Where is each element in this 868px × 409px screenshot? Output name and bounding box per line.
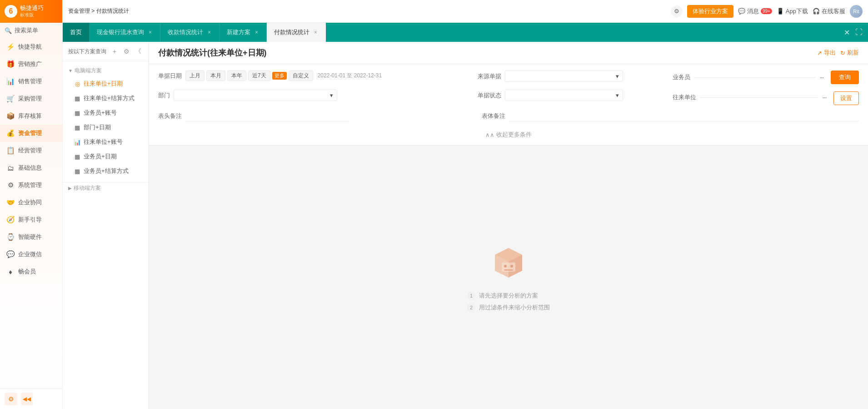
- source-doc-filter: 来源单据: [478, 71, 664, 82]
- enterprise-icon: 🤝: [6, 198, 15, 207]
- date-btn-this-year[interactable]: 本年: [227, 71, 246, 81]
- add-scheme-button[interactable]: +: [110, 46, 120, 56]
- export-button[interactable]: ↗ 导出: [817, 49, 836, 57]
- messages-button[interactable]: 💬 消息 99+: [738, 7, 772, 15]
- empty-hint-1: 1 请先选择要分析的方案: [467, 292, 550, 300]
- sidebar-item-guide[interactable]: 🧭 新手引导: [0, 211, 62, 228]
- tab-new-scheme[interactable]: 新建方案 ×: [219, 23, 267, 42]
- header-note-input[interactable]: [185, 111, 349, 121]
- tab-bank-flow[interactable]: 现金银行流水查询 ×: [90, 23, 160, 42]
- sidebar-settings-button[interactable]: ⚙: [5, 393, 17, 405]
- date-btn-7days[interactable]: 近7天: [248, 71, 270, 81]
- online-service-button[interactable]: 🎧 在线客服: [813, 7, 845, 15]
- content-area: 按以下方案查询 + ⚙ 《 ▼ 电脑端方案 ◎ 往来单位+日期 ▦: [63, 42, 868, 409]
- doc-status-select[interactable]: [505, 90, 623, 101]
- salesperson-label: 业务员: [673, 73, 690, 81]
- svg-rect-7: [504, 269, 513, 271]
- logo-icon: 6: [5, 5, 17, 18]
- sidebar-item-quick-nav[interactable]: ⚡ 快捷导航: [0, 38, 62, 56]
- panel-collapse-button[interactable]: 《: [133, 46, 143, 56]
- sidebar-collapse-button[interactable]: ◀◀: [21, 393, 33, 405]
- tab-expand-button[interactable]: ⛶: [854, 27, 863, 37]
- partner-label: 往来单位: [673, 93, 696, 101]
- mobile-section-title[interactable]: ▶ 移动端方案: [63, 182, 149, 194]
- sidebar-item-enterprise[interactable]: 🤝 企业协同: [0, 194, 62, 211]
- hardware-icon: ⌚: [6, 233, 15, 241]
- collapse-filters-button[interactable]: ∧∧ 收起更多条件: [158, 127, 859, 141]
- quick-nav-icon: ⚡: [6, 43, 15, 51]
- salesperson-more-button[interactable]: ···: [819, 73, 823, 82]
- tab-collection-stats[interactable]: 收款情况统计 ×: [160, 23, 219, 42]
- sidebar-item-operation[interactable]: 📋 经营管理: [0, 142, 62, 159]
- desktop-section-arrow: ▼: [68, 68, 73, 73]
- inventory-icon: 📦: [6, 112, 15, 120]
- avatar[interactable]: Rit: [850, 5, 863, 18]
- sidebar-item-basic[interactable]: 🗂 基础信息: [0, 159, 62, 177]
- svg-point-6: [510, 265, 513, 268]
- source-doc-select[interactable]: [505, 71, 623, 82]
- sidebar-item-finance[interactable]: 💰 资金管理: [0, 125, 62, 142]
- scheme-item-salesperson-settlement[interactable]: ▦ 业务员+结算方式: [63, 164, 149, 178]
- sidebar-bottom: ⚙ ◀◀: [0, 389, 62, 409]
- dept-chevron: [330, 92, 333, 99]
- search-icon: 🔍: [5, 27, 12, 34]
- tab-new-scheme-close[interactable]: ×: [254, 29, 259, 36]
- scheme-item-partner-settlement[interactable]: ▦ 往来单位+结算方式: [63, 91, 149, 106]
- scheme-settings-button[interactable]: ⚙: [121, 46, 131, 56]
- sidebar-item-sales[interactable]: 📊 销售管理: [0, 73, 62, 90]
- left-panel-title: 按以下方案查询: [68, 48, 106, 56]
- dept-filter: 部门: [158, 90, 469, 101]
- tab-home[interactable]: 首页: [63, 23, 90, 42]
- sales-icon: 📊: [6, 77, 15, 86]
- basic-icon: 🗂: [6, 164, 15, 172]
- sidebar-item-member[interactable]: ♦ 畅会员: [0, 263, 62, 280]
- settings-gear-button[interactable]: ⚙: [671, 5, 683, 17]
- tab-payment-stats-close[interactable]: ×: [313, 29, 318, 36]
- sidebar-item-system[interactable]: ⚙ 系统管理: [0, 177, 62, 194]
- scheme-item-partner-account[interactable]: 📊 往来单位+账号: [63, 135, 149, 149]
- purchase-icon: 🛒: [6, 95, 15, 103]
- refresh-button[interactable]: ↻ 刷新: [840, 49, 859, 57]
- body-note-input[interactable]: [509, 111, 859, 121]
- date-btn-this-month[interactable]: 本月: [206, 71, 225, 81]
- export-icon: ↗: [817, 50, 822, 56]
- sidebar-item-wechat[interactable]: 💬 企业微信: [0, 246, 62, 263]
- empty-illustration: [486, 243, 531, 284]
- date-btn-last-month[interactable]: 上月: [185, 71, 205, 81]
- date-filter: 单据日期 上月 本月 本年 近7天 更多 自定义 2022-01-01 至 20…: [158, 71, 469, 81]
- service-icon: 🎧: [813, 8, 820, 15]
- date-btn-more[interactable]: 更多: [272, 72, 287, 80]
- dept-label: 部门: [158, 91, 170, 100]
- dept-select[interactable]: [174, 90, 337, 101]
- operation-icon: 📋: [6, 146, 15, 155]
- sidebar-search[interactable]: 🔍 搜索菜单: [0, 23, 62, 38]
- refresh-icon: ↻: [840, 50, 845, 56]
- sidebar-item-purchase[interactable]: 🛒 采购管理: [0, 90, 62, 107]
- main-area: 资金管理 > 付款情况统计 ⚙ 体验行业方案 💬 消息 99+ 📱 App下载 …: [63, 0, 868, 409]
- scheme-item-salesperson-date[interactable]: ▦ 业务员+日期: [63, 149, 149, 164]
- desktop-section-title[interactable]: ▼ 电脑端方案: [63, 65, 149, 76]
- settings-button[interactable]: 设置: [833, 91, 859, 105]
- trial-button[interactable]: 体验行业方案: [687, 5, 733, 18]
- scheme-item-partner-date[interactable]: ◎ 往来单位+日期: [63, 76, 149, 91]
- date-filter-buttons: 上月 本月 本年 近7天 更多 自定义 2022-01-01 至 2022-12…: [185, 71, 382, 81]
- tab-payment-stats[interactable]: 付款情况统计 ×: [267, 23, 326, 42]
- scheme-icon-partner-date: ◎: [74, 80, 81, 87]
- query-button[interactable]: 查询: [831, 71, 859, 84]
- scheme-item-dept-date[interactable]: ▦ 部门+日期: [63, 120, 149, 135]
- tab-bar-end: ✕ ⛶: [838, 23, 868, 42]
- tab-collection-stats-close[interactable]: ×: [207, 29, 212, 36]
- partner-more-button[interactable]: ···: [822, 93, 826, 102]
- tab-close-all-button[interactable]: ✕: [843, 27, 851, 38]
- app-download-button[interactable]: 📱 App下载: [777, 7, 808, 15]
- sidebar-item-hardware[interactable]: ⌚ 智能硬件: [0, 228, 62, 246]
- tab-bank-flow-close[interactable]: ×: [148, 29, 153, 36]
- system-icon: ⚙: [6, 181, 15, 189]
- scheme-icon-partner-settlement: ▦: [74, 95, 81, 102]
- sidebar: 6 畅捷通巧 标准版 🔍 搜索菜单 ⚡ 快捷导航 🎁 营销推广 📊 销售管理 🛒…: [0, 0, 63, 409]
- sidebar-item-marketing[interactable]: 🎁 营销推广: [0, 56, 62, 73]
- scheme-item-salesperson-account[interactable]: ▦ 业务员+账号: [63, 106, 149, 120]
- date-btn-custom[interactable]: 自定义: [289, 71, 313, 81]
- scheme-icon-salesperson-account: ▦: [74, 109, 81, 116]
- sidebar-item-inventory[interactable]: 📦 库存核算: [0, 107, 62, 125]
